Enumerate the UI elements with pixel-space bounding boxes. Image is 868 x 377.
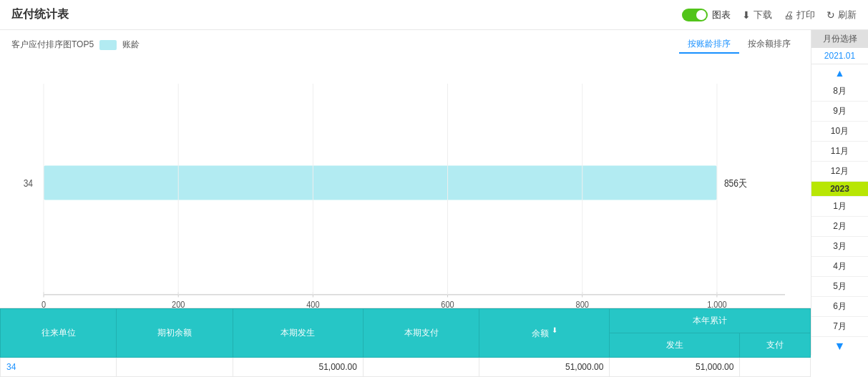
legend-label: 客户应付排序图TOP5 (11, 39, 94, 51)
th-current-pay: 本期支付 (363, 309, 479, 358)
th-ytd: 本年累计 (610, 309, 811, 333)
svg-text:34: 34 (24, 177, 33, 189)
sidebar-year-label: 2023 (811, 182, 868, 197)
sidebar-month-item[interactable]: 8月 (811, 82, 868, 102)
download-icon: ⬇ (742, 9, 751, 21)
sidebar-month-item[interactable]: 2月 (811, 217, 868, 237)
th-balance: 余额 ⬇ (479, 309, 610, 358)
sidebar-month-item[interactable]: 3月 (811, 237, 868, 257)
sidebar-months-list: 8月9月10月11月12月20231月2月3月4月5月6月7月 (811, 82, 868, 337)
legend-box (99, 40, 117, 50)
svg-text:1,000: 1,000 (707, 299, 727, 308)
data-table-wrap: 往来单位 期初余额 本期发生 本期支付 余额 ⬇ 本年累计 发生 (0, 308, 811, 377)
sidebar-month-item[interactable]: 12月 (811, 162, 868, 182)
sidebar-down-button[interactable]: ▼ (834, 340, 846, 353)
cell-balance: 51,000.00 (479, 358, 610, 377)
th-ytd-occ: 发生 (610, 333, 740, 358)
th-current-occ: 本期发生 (233, 309, 363, 358)
sidebar-month-item[interactable]: 11月 (811, 142, 868, 162)
data-table: 往来单位 期初余额 本期发生 本期支付 余额 ⬇ 本年累计 发生 (0, 308, 811, 377)
print-action[interactable]: 🖨 打印 (784, 9, 815, 21)
chart-header: 客户应付排序图TOP5 账龄 按账龄排序 按余额排序 (0, 30, 811, 59)
download-label: 下载 (754, 9, 772, 21)
print-icon: 🖨 (784, 9, 794, 21)
sort-by-age-button[interactable]: 按账龄排序 (679, 36, 739, 54)
refresh-action[interactable]: ↻ 刷新 (826, 9, 857, 21)
th-opening: 期初余额 (117, 309, 233, 358)
main-content: 客户应付排序图TOP5 账龄 按账龄排序 按余额排序 34 856天 (0, 30, 868, 377)
chart-toggle[interactable] (682, 9, 708, 21)
sidebar-month-item[interactable]: 9月 (811, 102, 868, 122)
sidebar-wrap: 月份选择 2021.01 ▲ 8月9月10月11月12月20231月2月3月4月… (811, 30, 868, 377)
chart-sort-buttons: 按账龄排序 按余额排序 (679, 36, 799, 54)
sidebar-month-item[interactable]: 1月 (811, 197, 868, 217)
th-unit: 往来单位 (1, 309, 117, 358)
sidebar-nav-bottom: ▼ (811, 337, 868, 356)
sidebar-current-value: 2021.01 (811, 48, 868, 64)
svg-text:200: 200 (172, 299, 185, 308)
chart-container: 34 856天 0 200 400 600 (0, 59, 811, 308)
chart-toggle-label: 图表 (712, 9, 731, 21)
sidebar: 月份选择 2021.01 ▲ 8月9月10月11月12月20231月2月3月4月… (811, 30, 868, 356)
sidebar-month-item[interactable]: 10月 (811, 122, 868, 142)
download-action[interactable]: ⬇ 下载 (742, 9, 772, 21)
th-ytd-pay: 支付 (740, 333, 811, 358)
cell-opening (117, 358, 233, 377)
cell-current-pay (363, 358, 479, 377)
unit-link[interactable]: 34 (6, 362, 16, 372)
sort-by-balance-button[interactable]: 按余额排序 (739, 36, 799, 54)
svg-text:856天: 856天 (724, 177, 747, 189)
legend-box-label: 账龄 (122, 39, 140, 51)
cell-current-occ: 51,000.00 (233, 358, 363, 377)
svg-text:600: 600 (441, 299, 454, 308)
refresh-label: 刷新 (838, 9, 857, 21)
sidebar-month-item[interactable]: 4月 (811, 257, 868, 277)
refresh-icon: ↻ (826, 9, 835, 21)
sidebar-up-button[interactable]: ▲ (832, 66, 849, 80)
cell-ytd-occ: 51,000.00 (610, 358, 740, 377)
page-title: 应付统计表 (11, 7, 69, 22)
sidebar-month-item[interactable]: 7月 (811, 317, 868, 337)
sidebar-month-item[interactable]: 6月 (811, 297, 868, 317)
sidebar-nav-top: ▲ (811, 64, 868, 82)
chart-legend: 客户应付排序图TOP5 账龄 (11, 39, 140, 51)
cell-ytd-pay (740, 358, 811, 377)
svg-text:400: 400 (306, 299, 320, 308)
sidebar-month-item[interactable]: 5月 (811, 277, 868, 297)
chart-area: 客户应付排序图TOP5 账龄 按账龄排序 按余额排序 34 856天 (0, 30, 811, 377)
svg-rect-1 (44, 165, 717, 200)
print-label: 打印 (796, 9, 815, 21)
svg-text:800: 800 (576, 299, 590, 308)
svg-text:0: 0 (42, 299, 46, 308)
chart-toggle-wrap[interactable]: 图表 (682, 9, 731, 21)
table-row: 34 51,000.00 51,000.00 51,000.00 (1, 358, 811, 377)
page-header: 应付统计表 图表 ⬇ 下载 🖨 打印 ↻ 刷新 (0, 0, 868, 30)
sidebar-header: 月份选择 (811, 30, 868, 48)
cell-unit: 34 (1, 358, 117, 377)
header-actions: 图表 ⬇ 下载 🖨 打印 ↻ 刷新 (682, 9, 857, 21)
bar-chart: 34 856天 0 200 400 600 (11, 67, 799, 308)
